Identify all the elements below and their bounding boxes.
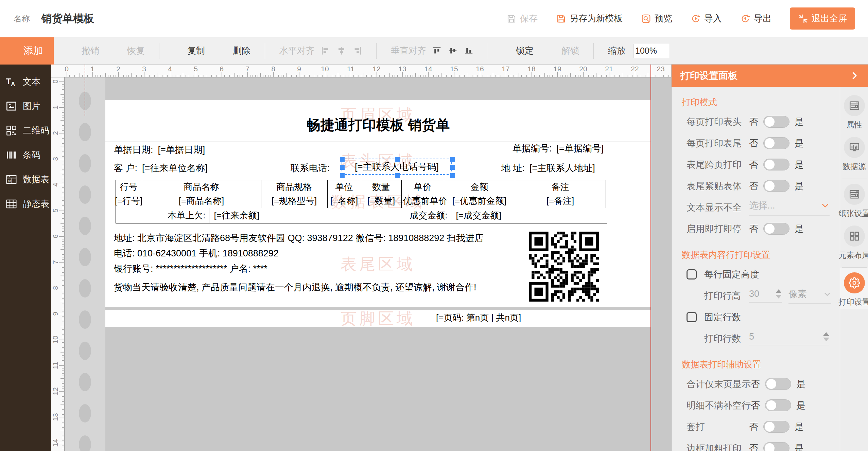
document-title[interactable]: 畅捷通打印模板 销货单 bbox=[105, 116, 651, 134]
doc-number-field[interactable]: 单据编号:[=单据编号] bbox=[513, 142, 604, 155]
ruler-tick bbox=[98, 75, 98, 77]
address-field[interactable]: 地 址:[=主联系人地址] bbox=[501, 162, 595, 174]
table-header-cell[interactable]: 备注 bbox=[515, 180, 606, 194]
toggle-switch[interactable] bbox=[763, 180, 789, 192]
import-button[interactable]: 导入 bbox=[691, 13, 722, 24]
table-header-cell[interactable]: 商品规格 bbox=[261, 180, 328, 194]
toggle-switch[interactable] bbox=[763, 159, 789, 170]
selection-handle[interactable] bbox=[450, 157, 455, 162]
number-input[interactable]: 5 bbox=[749, 331, 829, 345]
footer-text-line[interactable]: 地址: 北京市海淀区北清路68号用友软件园 QQ: 393879122 微信号:… bbox=[114, 232, 484, 244]
footer-text-line[interactable]: 电话: 010-62430001 手机: 18910888292 bbox=[114, 247, 279, 259]
add-button[interactable]: 添加 bbox=[0, 37, 54, 65]
unlock-button[interactable]: 解锁 bbox=[548, 45, 579, 57]
number-stepper[interactable] bbox=[776, 289, 782, 299]
sidebar-item-image[interactable]: 图片 bbox=[0, 94, 51, 118]
dock-item-data-source[interactable]: 数据源 bbox=[840, 132, 868, 174]
table-data-cell[interactable]: [=优惠前金额] bbox=[444, 194, 515, 208]
checkbox[interactable] bbox=[687, 269, 697, 279]
data-table-element[interactable]: 行号商品名称商品规格单位数量单价金额备注[=行号][=商品名称][=规格型号][… bbox=[116, 180, 607, 223]
table-header-cell[interactable]: 数量 bbox=[361, 180, 402, 194]
align-bottom-icon[interactable] bbox=[464, 46, 473, 55]
table-header-cell[interactable]: 行号 bbox=[116, 180, 142, 194]
selection-handle[interactable] bbox=[395, 173, 400, 178]
toggle-switch[interactable] bbox=[765, 399, 791, 411]
lock-button[interactable]: 锁定 bbox=[502, 45, 534, 57]
redo-button[interactable]: 恢复 bbox=[114, 45, 145, 57]
toggle-switch[interactable] bbox=[763, 223, 789, 235]
dock-item-paper-settings[interactable]: 纸张设置 bbox=[840, 179, 868, 221]
document-page[interactable]: 页眉区域表头区域数据表区域表尾区域页脚区域畅捷通打印模板 销货单单据日期:[=单… bbox=[105, 100, 651, 327]
qr-code-image[interactable] bbox=[529, 232, 599, 302]
number-stepper[interactable] bbox=[823, 332, 829, 341]
ruler-tick bbox=[255, 75, 256, 77]
table-header-cell[interactable]: 单位 bbox=[327, 180, 361, 194]
table-data-cell[interactable]: =优惠前单价 bbox=[401, 194, 444, 208]
table-data-cell[interactable]: [=名称] bbox=[327, 194, 361, 208]
sidebar-item-static-table[interactable]: 静态表 bbox=[0, 192, 51, 216]
phone-field-label[interactable]: 联系电话: bbox=[291, 162, 330, 174]
table-data-cell[interactable]: [=规格型号] bbox=[261, 194, 328, 208]
doc-date-field[interactable]: 单据日期:[=单据日期] bbox=[114, 144, 205, 156]
footer-text-line[interactable]: 银行账号: ******************** 户名: **** bbox=[114, 263, 267, 275]
stepper-up-icon[interactable] bbox=[823, 332, 829, 336]
zoom-select[interactable]: 100% bbox=[633, 44, 669, 58]
selection-handle[interactable] bbox=[340, 165, 345, 170]
toggle-switch[interactable] bbox=[763, 116, 789, 128]
table-total-cell[interactable]: 本单上欠: bbox=[116, 208, 209, 223]
align-center-h-icon[interactable] bbox=[337, 46, 346, 55]
toggle-switch[interactable] bbox=[763, 442, 789, 451]
toggle-switch[interactable] bbox=[765, 378, 791, 390]
table-total-cell[interactable]: 成交金额: bbox=[361, 208, 451, 223]
table-data-cell[interactable]: [=备注] bbox=[515, 194, 606, 208]
exit-fullscreen-button[interactable]: 退出全屏 bbox=[790, 7, 855, 30]
selection-handle[interactable] bbox=[395, 157, 400, 162]
table-data-cell[interactable]: [=商品名称] bbox=[142, 194, 261, 208]
stepper-down-icon[interactable] bbox=[823, 338, 829, 341]
table-header-cell[interactable]: 金额 bbox=[444, 180, 515, 194]
checkbox[interactable] bbox=[687, 312, 697, 322]
sidebar-item-text[interactable]: TA文本 bbox=[0, 69, 51, 94]
customer-field[interactable]: 客 户:[=往来单位名称] bbox=[114, 162, 208, 174]
copy-button[interactable]: 复制 bbox=[174, 45, 205, 57]
toggle-switch[interactable] bbox=[763, 421, 789, 433]
export-button[interactable]: 导出 bbox=[740, 13, 771, 24]
text-overflow-select[interactable]: 选择... bbox=[749, 199, 830, 216]
number-input[interactable]: 30 bbox=[749, 289, 782, 303]
sidebar-item-qrcode[interactable]: 二维码 bbox=[0, 118, 51, 143]
save-button[interactable]: 保存 bbox=[506, 13, 538, 24]
undo-button[interactable]: 撤销 bbox=[68, 45, 99, 57]
preview-button[interactable]: 预览 bbox=[641, 13, 672, 24]
dock-item-properties[interactable]: 属性 bbox=[840, 90, 868, 132]
save-as-new-template-button[interactable]: 另存为新模板 bbox=[556, 13, 623, 24]
delete-button[interactable]: 删除 bbox=[219, 45, 250, 57]
ruler-number: 18 bbox=[527, 65, 535, 73]
chevron-right-icon[interactable] bbox=[849, 71, 860, 81]
selection-handle[interactable] bbox=[340, 173, 345, 178]
dock-item-element-layout[interactable]: 元素布局 bbox=[840, 221, 868, 263]
align-right-icon[interactable] bbox=[353, 46, 362, 55]
align-left-icon[interactable] bbox=[321, 46, 330, 55]
stepper-down-icon[interactable] bbox=[776, 295, 782, 299]
toggle-switch[interactable] bbox=[763, 137, 789, 149]
design-canvas[interactable]: 01234567891011121314151617181920212223 0… bbox=[51, 65, 671, 451]
dock-item-print-settings[interactable]: 打印设置 bbox=[840, 268, 868, 309]
table-header-cell[interactable]: 单价 bbox=[401, 180, 444, 194]
align-top-icon[interactable] bbox=[432, 46, 441, 55]
footer-text-line[interactable]: 货物当天请验收清楚, 产品质量问题请在一个月内退换, 逾期概不负责, 还望谅解,… bbox=[114, 281, 476, 293]
table-total-cell[interactable]: [=往来余额] bbox=[209, 208, 361, 223]
selection-handle[interactable] bbox=[340, 157, 345, 162]
table-header-cell[interactable]: 商品名称 bbox=[142, 180, 261, 194]
stepper-up-icon[interactable] bbox=[776, 289, 782, 293]
sidebar-item-barcode[interactable]: 条码 bbox=[0, 143, 51, 167]
unit-select[interactable]: 像素 bbox=[788, 288, 831, 304]
page-number-placeholder[interactable]: [=页码: 第n页 | 共n页] bbox=[436, 312, 521, 324]
align-middle-icon[interactable] bbox=[448, 46, 457, 55]
table-data-cell[interactable]: [=数量] bbox=[361, 194, 402, 208]
sidebar-item-data-table[interactable]: 101数据表 bbox=[0, 167, 51, 192]
selection-handle[interactable] bbox=[450, 173, 455, 178]
selected-phone-field[interactable]: [=主联系人电话号码] bbox=[342, 159, 452, 175]
table-data-cell[interactable]: [=行号] bbox=[116, 194, 142, 208]
selection-handle[interactable] bbox=[450, 165, 455, 170]
table-total-cell[interactable]: [=成交金额] bbox=[451, 208, 607, 223]
